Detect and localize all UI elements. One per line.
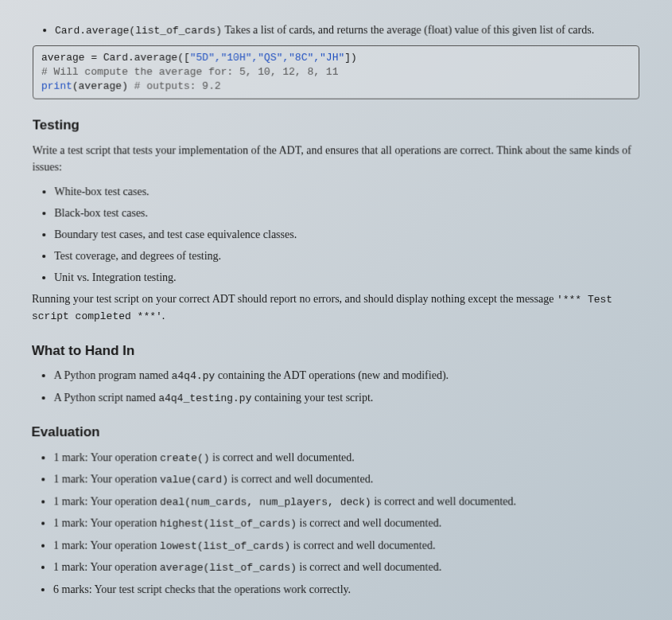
list-item: 1 mark: Your operation lowest(list_of_ca… (53, 536, 641, 554)
code-line1a: average = Card.average([ (41, 51, 190, 63)
testing-note-b: . (162, 310, 165, 322)
code-line2: # Will compute the average for: 5, 10, 1… (41, 66, 339, 78)
testing-heading: Testing (33, 115, 640, 135)
code-line3a: print (41, 80, 72, 92)
eval-code: highest(list_of_cards) (160, 518, 297, 530)
eval-pre: 1 mark: Your operation (53, 561, 160, 573)
handin1a: A Python program named (54, 369, 172, 381)
code-example-box: average = Card.average(["5D","10H","QS",… (33, 45, 639, 99)
eval-post: is correct and well documented. (371, 495, 516, 507)
code-line3c: # outputs: 9.2 (134, 80, 221, 92)
list-item: A Python script named a4q4_testing.py co… (54, 389, 641, 407)
list-item: 1 mark: Your operation create() is corre… (53, 449, 640, 466)
eval-code: value(card) (160, 474, 228, 485)
eval-code: create() (160, 452, 210, 464)
testing-note-a: Running your test script on your correct… (32, 293, 557, 305)
handin1code: a4q4.py (172, 370, 216, 382)
eval-code: lowest(list_of_cards) (160, 540, 290, 552)
testing-list: White-box test cases. Black-box test cas… (32, 183, 640, 286)
intro-item: Card.average(list_of_cards) Takes a list… (55, 21, 639, 38)
eval-post: is correct and well documented. (297, 517, 441, 529)
eval-heading: Evaluation (31, 422, 640, 443)
code-line1c: ]) (344, 51, 357, 63)
eval-pre: 1 mark: Your operation (53, 495, 160, 507)
list-item: 1 mark: Your operation highest(list_of_c… (53, 515, 641, 532)
eval-pre: 6 marks: Your test script checks that th… (53, 583, 351, 595)
eval-post: is correct and well documented. (290, 539, 435, 551)
list-item: Black-box test cases. (54, 205, 639, 221)
code-line3b: (average) (72, 80, 134, 92)
testing-note: Running your test script on your correct… (32, 291, 640, 325)
eval-pre: 1 mark: Your operation (53, 451, 160, 463)
handin1b: containing the ADT operations (new and m… (215, 369, 449, 381)
handin2a: A Python script named (54, 392, 159, 404)
list-item: A Python program named a4q4.py containin… (54, 367, 641, 384)
handin2b: containing your test script. (251, 392, 373, 404)
handin2code: a4q4_testing.py (158, 392, 251, 404)
eval-code: deal(num_cards, num_players, deck) (160, 496, 371, 508)
method-signature: Card.average(list_of_cards) (55, 25, 222, 37)
eval-pre: 1 mark: Your operation (53, 539, 160, 551)
testing-intro: Write a test script that tests your impl… (33, 142, 640, 175)
list-item: 6 marks: Your test script checks that th… (53, 581, 641, 598)
intro-list: Card.average(list_of_cards) Takes a list… (33, 21, 639, 38)
handin-list: A Python program named a4q4.py containin… (32, 367, 641, 406)
eval-code: average(list_of_cards) (160, 562, 297, 574)
list-item: Unit vs. Integration testing. (54, 269, 640, 286)
list-item: 1 mark: Your operation value(card) is co… (53, 470, 640, 488)
eval-pre: 1 mark: Your operation (53, 473, 160, 485)
list-item: Test coverage, and degrees of testing. (54, 248, 640, 264)
eval-pre: 1 mark: Your operation (53, 517, 160, 529)
intro-desc: Takes a list of cards, and returns the a… (222, 24, 594, 36)
list-item: 1 mark: Your operation average(list_of_c… (53, 559, 641, 576)
eval-post: is correct and well documented. (210, 451, 355, 463)
eval-post: is correct and well documented. (228, 473, 373, 485)
handin-heading: What to Hand In (32, 341, 640, 361)
list-item: 1 mark: Your operation deal(num_cards, n… (53, 493, 641, 510)
list-item: Boundary test cases, and test case equiv… (54, 226, 639, 243)
list-item: White-box test cases. (54, 183, 639, 200)
eval-post: is correct and well documented. (297, 561, 441, 573)
eval-list: 1 mark: Your operation create() is corre… (31, 449, 641, 598)
code-line1b: "5D","10H","QS","8C","JH" (190, 51, 345, 63)
